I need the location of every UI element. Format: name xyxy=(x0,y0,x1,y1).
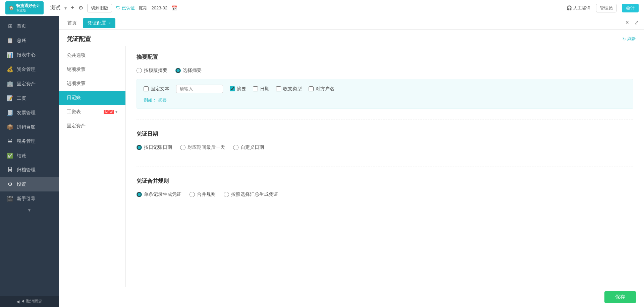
summary-example: 例如： 摘要 xyxy=(144,97,626,103)
close-window-button[interactable]: × xyxy=(624,18,630,28)
refresh-button[interactable]: ↻ 刷新 xyxy=(622,36,636,42)
calendar-icon[interactable]: 📅 xyxy=(171,5,177,11)
ledger-icon: 📋 xyxy=(7,37,13,44)
sidebar-item-invoice[interactable]: 🧾 发票管理 xyxy=(0,105,59,120)
accountant-button[interactable]: 会计 xyxy=(622,4,639,12)
sidebar-label-tax: 税务管理 xyxy=(17,138,36,144)
example-label: 例如： xyxy=(144,97,157,102)
checkbox-fixed-text[interactable]: 固定文本 xyxy=(144,86,169,92)
checkbox-counterparty[interactable]: 对方户名 xyxy=(309,86,334,92)
checkbox-fixed-text-input[interactable] xyxy=(144,86,149,91)
sidebar-item-salary[interactable]: 📝 工资 xyxy=(0,91,59,105)
merge-title: 凭证合并规则 xyxy=(137,178,633,185)
sidebar-item-archive[interactable]: 🗄 归档管理 xyxy=(0,163,59,177)
merge-radio-aggregate-input[interactable] xyxy=(224,192,229,197)
sidebar-item-fixed-assets[interactable]: 🏢 固定资产 xyxy=(0,77,59,91)
switch-old-version-button[interactable]: 切到旧版 xyxy=(87,4,112,12)
checkbox-pay-type[interactable]: 收支类型 xyxy=(276,86,302,92)
sidebar-label-reports: 报表中心 xyxy=(17,52,36,58)
guide-icon: 🎬 xyxy=(7,195,13,202)
expand-button[interactable]: ⤢ xyxy=(633,18,640,28)
period-value: 2023-02 xyxy=(152,5,168,10)
checkbox-counterparty-input[interactable] xyxy=(309,86,314,91)
sidebar-item-capital[interactable]: 💰 资金管理 xyxy=(0,62,59,77)
logo-sub: 专业版 xyxy=(16,8,40,12)
sidebar-item-settings[interactable]: ⚙ 设置 xyxy=(0,177,59,191)
date-radio-diary-input[interactable] xyxy=(137,145,142,150)
summary-radio-select-input[interactable] xyxy=(175,68,181,73)
checkbox-pay-type-input[interactable] xyxy=(276,86,281,91)
merge-radio-single-label: 单条记录生成凭证 xyxy=(144,191,181,198)
left-nav-payroll[interactable]: 工资表 NEW ▾ xyxy=(59,105,125,119)
admin-button[interactable]: 管理员 xyxy=(596,4,616,12)
certified-badge: 🛡 已认证 xyxy=(116,5,135,11)
sidebar-label-guide: 新手引导 xyxy=(17,196,36,202)
save-button[interactable]: 保存 xyxy=(604,291,636,303)
sidebar-item-ledger[interactable]: 📋 总账 xyxy=(0,33,59,48)
left-nav-fixed-assets-config[interactable]: 固定资产 xyxy=(59,119,125,133)
sidebar-item-reports[interactable]: 📊 报表中心 xyxy=(0,48,59,62)
page-header: 凭证配置 ↻ 刷新 xyxy=(59,30,644,46)
trade-icon: 📦 xyxy=(7,124,13,130)
date-radio-period-last[interactable]: 对应期间最后一天 xyxy=(180,144,225,150)
reports-icon: 📊 xyxy=(7,52,13,58)
plus-icon[interactable]: + xyxy=(71,4,74,11)
left-nav-purchase-invoice[interactable]: 进项发票 xyxy=(59,77,125,91)
new-badge: NEW xyxy=(104,110,114,114)
merge-radio-rule[interactable]: 合并规则 xyxy=(190,191,216,198)
merge-radio-single[interactable]: 单条记录生成凭证 xyxy=(137,191,181,198)
scroll-down-icon: ▼ xyxy=(28,208,32,213)
merge-radio-rule-input[interactable] xyxy=(190,192,195,197)
date-radio-period-last-input[interactable] xyxy=(180,145,185,150)
date-radio-group: 按日记账日期 对应期间最后一天 自定义日期 xyxy=(137,144,633,150)
sidebar-scroll-down[interactable]: ▼ xyxy=(0,206,59,214)
left-nav-diary[interactable]: 日记账 xyxy=(59,91,125,105)
sidebar-label-salary: 工资 xyxy=(17,95,26,101)
summary-radio-template[interactable]: 按模版摘要 xyxy=(137,68,167,74)
sidebar-label-trade: 进销台账 xyxy=(17,124,36,130)
summary-radio-template-input[interactable] xyxy=(137,68,142,73)
main-layout: ⊞ 首页 📋 总账 📊 报表中心 💰 资金管理 🏢 固定资产 📝 工资 xyxy=(0,16,644,307)
tab-right-buttons: × ⤢ xyxy=(624,18,640,28)
merge-section: 凭证合并规则 单条记录生成凭证 合并规则 xyxy=(137,178,633,214)
date-radio-diary[interactable]: 按日记账日期 xyxy=(137,144,172,150)
date-radio-custom[interactable]: 自定义日期 xyxy=(233,144,264,150)
checkbox-date[interactable]: 日期 xyxy=(253,86,269,92)
left-nav: 公共选项 销项发票 进项发票 日记账 工资表 xyxy=(59,46,126,287)
cancel-fixed-button[interactable]: ◀ ◀ 取消固定 xyxy=(0,296,59,307)
logo-area[interactable]: 🏠 畅捷通好会计 专业版 xyxy=(5,1,44,14)
fixed-text-input[interactable] xyxy=(176,85,223,93)
sidebar-item-guide[interactable]: 🎬 新手引导 xyxy=(0,191,59,206)
sidebar-item-close-account[interactable]: ✅ 结账 xyxy=(0,148,59,163)
summary-radio-select[interactable]: 选择摘要 xyxy=(175,68,202,74)
tab-home[interactable]: 首页 xyxy=(63,18,82,28)
left-nav-public[interactable]: 公共选项 xyxy=(59,48,125,62)
fixed-assets-icon: 🏢 xyxy=(7,81,13,87)
page-footer: 保存 xyxy=(59,287,644,307)
invoice-icon: 🧾 xyxy=(7,109,13,116)
checkbox-summary-input[interactable] xyxy=(230,86,235,91)
checkbox-date-input[interactable] xyxy=(253,86,258,91)
logo-name: 畅捷通好会计 xyxy=(16,3,40,8)
checkbox-summary[interactable]: 摘要 xyxy=(230,86,246,92)
logo-icon: 🏠 xyxy=(9,5,14,10)
merge-radio-single-input[interactable] xyxy=(137,192,142,197)
close-account-icon: ✅ xyxy=(7,152,13,159)
sidebar-item-tax[interactable]: 🏛 税务管理 xyxy=(0,134,59,148)
tab-voucher-config[interactable]: 凭证配置 × xyxy=(83,18,115,28)
left-nav-payroll-label: 工资表 xyxy=(67,109,81,115)
sidebar-item-trade[interactable]: 📦 进销台账 xyxy=(0,120,59,134)
checkbox-pay-type-label: 收支类型 xyxy=(283,86,302,92)
left-nav-purchase-invoice-label: 进项发票 xyxy=(67,81,86,86)
consult-button[interactable]: 🎧 人工咨询 xyxy=(567,5,591,11)
tab-close-icon[interactable]: × xyxy=(108,21,111,26)
left-nav-sales-invoice[interactable]: 销项发票 xyxy=(59,62,125,77)
chevron-down-icon[interactable]: ▾ xyxy=(64,5,67,11)
merge-radio-aggregate[interactable]: 按照选择汇总生成凭证 xyxy=(224,191,278,198)
left-nav-public-label: 公共选项 xyxy=(67,52,86,58)
gear-icon[interactable]: ⚙ xyxy=(78,5,83,11)
sidebar-label-settings: 设置 xyxy=(17,181,26,187)
date-radio-custom-input[interactable] xyxy=(233,145,238,150)
summary-checkboxes: 固定文本 摘要 日期 xyxy=(144,85,626,93)
sidebar-item-home[interactable]: ⊞ 首页 xyxy=(0,19,59,33)
